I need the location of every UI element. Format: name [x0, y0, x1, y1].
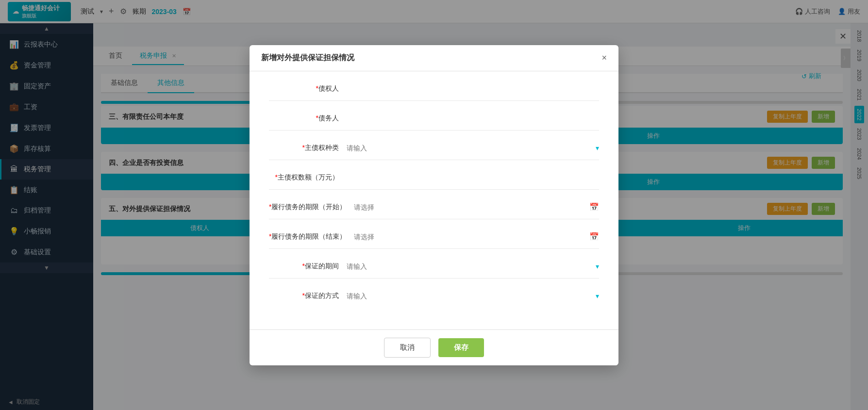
claim-amount-required: *: [275, 173, 278, 181]
guarantee-method-required: *: [302, 292, 305, 299]
claim-type-label: *主债权种类: [269, 144, 347, 152]
claim-type-wrapper: ▾: [347, 142, 599, 154]
period-start-required: *: [269, 203, 271, 211]
guarantee-method-label: *保证的方式: [269, 292, 347, 300]
creditor-required: *: [316, 84, 318, 92]
guarantee-period-required: *: [302, 262, 305, 270]
modal-footer: 取消 保存: [250, 329, 618, 365]
form-row-claim-type: *主债权种类 ▾: [269, 142, 599, 160]
period-end-wrapper: 📅: [354, 231, 599, 243]
period-end-input[interactable]: [354, 231, 589, 243]
form-row-claim-amount: *主债权数额（万元）: [269, 172, 599, 190]
period-end-required: *: [269, 232, 271, 240]
guarantee-period-label: *保证的期间: [269, 262, 347, 271]
period-start-label: *履行债务的期限（开始）: [269, 203, 354, 212]
period-start-calendar-icon[interactable]: 📅: [589, 202, 599, 212]
claim-amount-input[interactable]: [347, 172, 599, 183]
claim-amount-label: *主债权数额（万元）: [269, 173, 347, 182]
cancel-button[interactable]: 取消: [384, 338, 431, 358]
modal-header: 新增对外提供保证担保情况 ×: [250, 45, 618, 71]
form-row-debtor: *债务人: [269, 113, 599, 131]
debtor-input[interactable]: [347, 113, 599, 124]
period-end-calendar-icon[interactable]: 📅: [589, 232, 599, 241]
form-row-guarantee-method: *保证的方式 ▾: [269, 290, 599, 308]
form-row-period-start: *履行债务的期限（开始） 📅: [269, 201, 599, 219]
modal-close-button[interactable]: ×: [601, 53, 607, 62]
modal-body: *债权人 *债务人 *主债权种类 ▾: [250, 71, 618, 329]
guarantee-period-chevron-icon[interactable]: ▾: [596, 262, 599, 270]
debtor-label: *债务人: [269, 114, 347, 123]
period-start-input[interactable]: [354, 201, 589, 213]
claim-type-chevron-icon[interactable]: ▾: [596, 144, 599, 152]
form-row-period-end: *履行债务的期限（结束） 📅: [269, 231, 599, 249]
form-row-creditor: *债权人: [269, 83, 599, 101]
claim-type-required: *: [302, 144, 305, 151]
guarantee-method-wrapper: ▾: [347, 290, 599, 302]
claim-type-input[interactable]: [347, 142, 596, 154]
form-row-guarantee-period: *保证的期间 ▾: [269, 261, 599, 279]
guarantee-period-wrapper: ▾: [347, 261, 599, 272]
creditor-input[interactable]: [347, 83, 599, 95]
debtor-required: *: [316, 114, 318, 122]
creditor-label: *债权人: [269, 84, 347, 93]
guarantee-period-input[interactable]: [347, 261, 596, 272]
period-end-label: *履行债务的期限（结束）: [269, 232, 354, 241]
guarantee-method-input[interactable]: [347, 290, 596, 302]
save-button[interactable]: 保存: [438, 338, 484, 357]
guarantee-method-chevron-icon[interactable]: ▾: [596, 292, 599, 300]
period-start-wrapper: 📅: [354, 201, 599, 213]
modal-dialog: 新增对外提供保证担保情况 × *债权人 *债务人 *: [250, 45, 618, 365]
modal-overlay: 新增对外提供保证担保情况 × *债权人 *债务人 *: [0, 0, 868, 410]
modal-title: 新增对外提供保证担保情况: [261, 53, 354, 63]
